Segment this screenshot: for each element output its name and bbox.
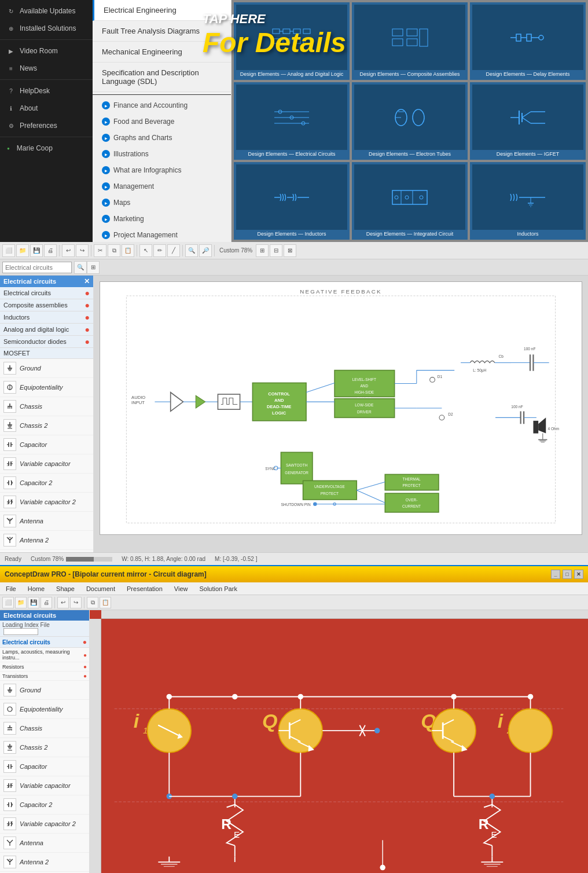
select-btn[interactable]: ↖ bbox=[139, 244, 152, 257]
sidebar-item-about[interactable]: ℹ About bbox=[0, 100, 93, 117]
category-mechanical[interactable]: Mechanical Engineering bbox=[93, 42, 231, 63]
category-sub-finance[interactable]: Finance and Accounting bbox=[93, 97, 231, 113]
panel-item-chassis2[interactable]: Chassis 2 bbox=[0, 416, 93, 435]
bottom-panel-cat-lamps[interactable]: Lamps, acoustics, measuring instru... ● bbox=[0, 648, 89, 662]
menu-home[interactable]: Home bbox=[22, 584, 50, 593]
category-electrical-engineering[interactable]: Electrical Engineering bbox=[93, 0, 231, 21]
category-sub-management[interactable]: Management bbox=[93, 178, 231, 195]
card-8[interactable]: Inductors bbox=[470, 162, 586, 240]
panel-close-icon[interactable]: ● bbox=[85, 325, 90, 333]
category-sub-marketing[interactable]: Marketing bbox=[93, 211, 231, 227]
panel-category-analog[interactable]: Analog and digital logic ● bbox=[0, 324, 93, 336]
search-input[interactable] bbox=[2, 262, 72, 273]
bottom-search-input[interactable] bbox=[3, 628, 38, 635]
category-sub-maps[interactable]: Maps bbox=[93, 195, 231, 211]
panel-item-antenna[interactable]: Antenna bbox=[0, 512, 93, 531]
panel-item-equipotentiality[interactable]: Equipotentiality bbox=[0, 378, 93, 397]
menu-shape[interactable]: Shape bbox=[50, 584, 80, 593]
category-sdl[interactable]: Specification and Description Language (… bbox=[93, 63, 231, 92]
menu-presentation[interactable]: Presentation bbox=[121, 584, 168, 593]
canvas-area[interactable]: NEGATIVE FEEDBACK AUDIO INPUT bbox=[94, 276, 588, 552]
cut-btn[interactable]: ✂ bbox=[94, 244, 106, 257]
panel-category-mosfet[interactable]: MOSFET bbox=[0, 348, 93, 359]
panel-category-composite[interactable]: Composite assemblies ● bbox=[0, 299, 93, 311]
panel-category-semiconductor[interactable]: Semiconductor diodes ● bbox=[0, 336, 93, 348]
minimize-btn[interactable]: _ bbox=[551, 570, 560, 579]
category-sub-project[interactable]: Project Management bbox=[93, 227, 231, 242]
paste-btn[interactable]: 📋 bbox=[122, 244, 134, 257]
grid-view-btn[interactable]: ⊞ bbox=[87, 261, 100, 274]
panel-close-icon[interactable]: ● bbox=[85, 289, 90, 297]
card-7[interactable]: Design Elements — Integrated Circuit bbox=[352, 162, 468, 240]
panel-category-electrical[interactable]: Electrical circuits ● bbox=[0, 287, 93, 299]
copy-btn[interactable]: ⧉ bbox=[108, 244, 120, 257]
bottom-panel-item-cap2[interactable]: Capacitor 2 bbox=[0, 795, 89, 815]
close-icon[interactable]: ● bbox=[83, 652, 87, 658]
search-btn[interactable]: 🔍 bbox=[74, 261, 87, 274]
card-3[interactable]: Design Elements — Electrical Circuits bbox=[234, 82, 350, 160]
bottom-panel-item-var-cap[interactable]: Variable capacitor bbox=[0, 776, 89, 795]
sidebar-item-user[interactable]: Marie Coop bbox=[0, 140, 93, 157]
menu-file[interactable]: File bbox=[0, 584, 22, 593]
panel-category-inductors[interactable]: Inductors ● bbox=[0, 311, 93, 324]
print-btn[interactable]: 🖨 bbox=[44, 244, 57, 257]
zoom-100-btn[interactable]: ⊠ bbox=[284, 244, 296, 257]
zoom-in-btn[interactable]: 🔍 bbox=[185, 244, 198, 257]
panel-close-icon[interactable]: ● bbox=[85, 313, 90, 321]
zoom-custom-btn[interactable]: ⊟ bbox=[270, 244, 282, 257]
sidebar-item-video-room[interactable]: ▶ Video Room bbox=[0, 42, 93, 60]
card-6[interactable]: Design Elements — Inductors bbox=[234, 162, 350, 240]
zoom-control[interactable]: Custom 78% bbox=[31, 556, 112, 562]
panel-item-antenna2[interactable]: Antenna 2 bbox=[0, 531, 93, 550]
bottom-panel-item-equi[interactable]: Equipotentiality bbox=[0, 700, 89, 719]
panel-close-icon[interactable]: ● bbox=[85, 301, 90, 309]
zoom-fit-btn[interactable]: ⊞ bbox=[256, 244, 269, 257]
card-4[interactable]: Design Elements — Electron Tubes bbox=[352, 82, 468, 160]
redo-btn[interactable]: ↪ bbox=[76, 244, 89, 257]
new-btn[interactable]: ⬜ bbox=[2, 244, 15, 257]
tool-undo[interactable]: ↩ bbox=[57, 597, 69, 608]
card-0[interactable]: Design Elements — Analog and Digital Log… bbox=[234, 2, 350, 80]
tool-redo[interactable]: ↪ bbox=[70, 597, 82, 608]
panel-item-ground[interactable]: Ground bbox=[0, 359, 93, 378]
maximize-btn[interactable]: □ bbox=[563, 570, 572, 579]
tool-print[interactable]: 🖨 bbox=[41, 597, 52, 608]
bottom-panel-item-chassis2[interactable]: Chassis 2 bbox=[0, 738, 89, 757]
line-btn[interactable]: ╱ bbox=[167, 244, 180, 257]
bottom-panel-cat-resistors[interactable]: Resistors ● bbox=[0, 662, 89, 672]
category-sub-graphs[interactable]: Graphs and Charts bbox=[93, 130, 231, 146]
bottom-panel-item-ground[interactable]: Ground bbox=[0, 681, 89, 700]
panel-item-var-capacitor[interactable]: Variable capacitor bbox=[0, 454, 93, 474]
sidebar-item-helpdesk[interactable]: ? HelpDesk bbox=[0, 82, 93, 100]
sidebar-item-installed-solutions[interactable]: ⊕ Installed Solutions bbox=[0, 20, 93, 37]
category-sub-food[interactable]: Food and Beverage bbox=[93, 113, 231, 130]
close-btn[interactable]: ✕ bbox=[574, 570, 583, 579]
bottom-panel-item-antenna[interactable]: Antenna bbox=[0, 834, 89, 853]
tool-open[interactable]: 📁 bbox=[15, 597, 27, 608]
menu-document[interactable]: Document bbox=[80, 584, 121, 593]
bottom-panel-cat-transistors[interactable]: Transistors ● bbox=[0, 672, 89, 681]
category-sub-infographics[interactable]: What are Infographics bbox=[93, 162, 231, 178]
panel-close-icon[interactable]: ● bbox=[85, 338, 90, 346]
bottom-panel-item-chassis[interactable]: Chassis bbox=[0, 719, 89, 738]
bottom-canvas[interactable]: i 1 Q 1 bbox=[90, 610, 588, 873]
close-icon[interactable]: ● bbox=[83, 638, 87, 646]
menu-view[interactable]: View bbox=[168, 584, 194, 593]
undo-btn[interactable]: ↩ bbox=[62, 244, 75, 257]
tool-new[interactable]: ⬜ bbox=[2, 597, 14, 608]
panel-item-capacitor2[interactable]: Capacitor 2 bbox=[0, 474, 93, 493]
save-btn[interactable]: 💾 bbox=[30, 244, 43, 257]
panel-close-btn[interactable]: ✕ bbox=[84, 277, 90, 285]
tool-save[interactable]: 💾 bbox=[28, 597, 39, 608]
panel-item-chassis[interactable]: Chassis bbox=[0, 397, 93, 416]
open-btn[interactable]: 📁 bbox=[16, 244, 29, 257]
card-1[interactable]: Design Elements — Composite Assemblies bbox=[352, 2, 468, 80]
tool-paste[interactable]: 📋 bbox=[100, 597, 111, 608]
card-2[interactable]: Design Elements — Delay Elements bbox=[470, 2, 586, 80]
bottom-panel-item-capacitor[interactable]: Capacitor bbox=[0, 757, 89, 776]
draw-btn[interactable]: ✏ bbox=[153, 244, 166, 257]
zoom-out-btn[interactable]: 🔎 bbox=[199, 244, 212, 257]
category-fault-tree[interactable]: Fault Tree Analysis Diagrams bbox=[93, 21, 231, 42]
bottom-panel-item-antenna2[interactable]: Antenna 2 bbox=[0, 853, 89, 872]
menu-solution-park[interactable]: Solution Park bbox=[193, 584, 242, 593]
